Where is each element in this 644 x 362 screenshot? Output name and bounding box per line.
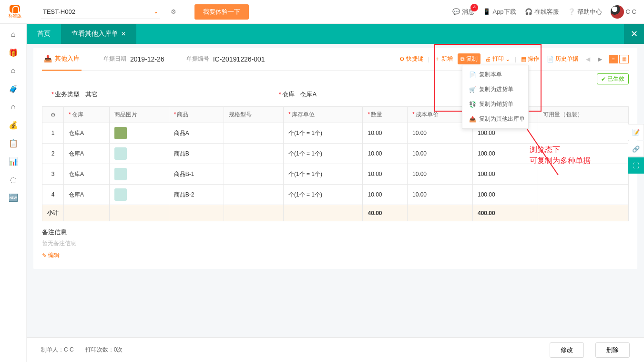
- cell-spec: [224, 123, 284, 144]
- page-title: 其他入库: [55, 54, 80, 63]
- items-table: ⚙ *仓库 商品图片 *商品 规格型号 *库存单位 *数量 *成本单价 *成本金…: [42, 106, 629, 221]
- outbound-icon: 📤: [469, 116, 476, 123]
- org-selector[interactable]: TEST-H002 ⌄: [41, 5, 160, 19]
- cell-warehouse: 仓库A: [64, 144, 110, 164]
- footer: 制单人：C C 打印次数：0次 修改 删除: [27, 337, 644, 362]
- cell-spec: [224, 144, 284, 164]
- prev-doc-button[interactable]: ◀: [583, 54, 593, 64]
- subtotal-qty: 40.00: [363, 205, 408, 221]
- biz-type-field: *业务类型 其它: [51, 90, 98, 99]
- edit-remark-button[interactable]: ✎编辑: [42, 251, 629, 259]
- check-icon: ✔: [601, 76, 606, 83]
- nav-gift-icon[interactable]: 🎁: [8, 47, 19, 58]
- operate-button[interactable]: ▦操作: [518, 53, 542, 64]
- delete-button[interactable]: 删除: [595, 342, 630, 358]
- cell-qty: 10.00: [363, 144, 408, 164]
- user-menu[interactable]: C C: [611, 5, 636, 19]
- view-card-icon[interactable]: ▦: [619, 55, 629, 63]
- right-toolbelt: 📝 🔗 ⛶: [628, 124, 644, 174]
- view-list-icon[interactable]: ≡: [609, 55, 618, 63]
- tab-close-icon[interactable]: ✕: [121, 31, 126, 37]
- nav-cloud-icon[interactable]: ◌: [8, 174, 19, 185]
- nav-new-icon[interactable]: 🆕: [8, 192, 19, 203]
- cell-unit: 个(1个 = 1个): [283, 123, 363, 144]
- tab-active-label: 查看其他入库单: [72, 30, 118, 38]
- new-button[interactable]: ＋新增: [431, 53, 456, 64]
- online-service-link[interactable]: 🎧 在线客服: [525, 8, 559, 16]
- modify-button[interactable]: 修改: [550, 342, 584, 358]
- subtotal-row: 小计 40.00 400.00: [42, 205, 629, 221]
- table-row[interactable]: 2 仓库A 商品B 个(1个 = 1个) 10.00 10.00 100.00: [42, 144, 629, 164]
- messages-link[interactable]: 💬 消息 4: [452, 8, 474, 16]
- tab-view-other-inbound[interactable]: 查看其他入库单 ✕: [61, 24, 136, 44]
- nav-report-icon[interactable]: 📊: [8, 155, 19, 167]
- copy-button[interactable]: ⧉复制: [458, 53, 480, 64]
- cell-available: [538, 144, 628, 164]
- warehouse-value: 仓库A: [300, 91, 317, 98]
- table-config-button[interactable]: ⚙: [42, 107, 64, 123]
- chevron-down-icon: ⌄: [153, 8, 158, 15]
- help-center-label: 帮助中心: [577, 8, 602, 16]
- nav-warehouse-icon[interactable]: ⌂: [8, 101, 19, 113]
- cell-amount: 100.00: [472, 144, 538, 164]
- cell-spec: [224, 164, 284, 185]
- nav-house-icon[interactable]: ⌂: [8, 65, 19, 76]
- belt-expand-icon[interactable]: ⛶: [628, 157, 644, 174]
- nav-money-icon[interactable]: 💰: [8, 119, 19, 131]
- top-header: 标准版 TEST-H002 ⌄ ⚙ 我要体验一下 💬 消息 4 📱 App下载 …: [0, 0, 644, 24]
- copy-this-doc[interactable]: 📄复制本单: [462, 67, 528, 82]
- avatar: [611, 5, 624, 19]
- belt-note-icon[interactable]: 📝: [628, 124, 644, 140]
- table-row[interactable]: 3 仓库A 商品B-1 个(1个 = 1个) 10.00 10.00 100.0…: [42, 164, 629, 185]
- cell-unit: 个(1个 = 1个): [283, 144, 363, 164]
- copy-as-purchase[interactable]: 🛒复制为进货单: [462, 82, 528, 97]
- cell-qty: 10.00: [363, 164, 408, 185]
- inbound-icon: 📥: [44, 55, 52, 62]
- settings-button[interactable]: ⚙: [167, 5, 180, 19]
- product-thumb: [114, 127, 127, 139]
- phone-icon: 📱: [483, 8, 491, 15]
- row-index: 4: [42, 185, 64, 205]
- cell-qty: 10.00: [363, 123, 408, 144]
- sidebar: ⌂ 🎁 ⌂ 🧳 ⌂ 💰 📋 📊 ◌ 🆕: [0, 24, 27, 362]
- page-title-tab[interactable]: 📥 其他入库: [42, 48, 82, 71]
- remark-empty: 暂无备注信息: [42, 239, 629, 248]
- table-row[interactable]: 1 仓库A 商品A 个(1个 = 1个) 10.00 10.00 100.00: [42, 123, 629, 144]
- copy-as-sales[interactable]: 💱复制为销货单: [462, 97, 528, 112]
- logo[interactable]: 标准版: [8, 5, 22, 19]
- online-service-label: 在线客服: [534, 8, 559, 16]
- cell-spec: [224, 185, 284, 205]
- help-center-link[interactable]: ❔ 帮助中心: [568, 8, 602, 16]
- cart-icon: 🛒: [469, 86, 476, 93]
- close-all-tabs[interactable]: ✕: [624, 24, 644, 44]
- logo-icon: [10, 5, 20, 13]
- cell-image: [109, 123, 169, 144]
- cell-amount: 100.00: [472, 164, 538, 185]
- date-label: 单据日期: [103, 55, 126, 63]
- copy-as-other-outbound[interactable]: 📤复制为其他出库单: [462, 112, 528, 126]
- app-download-link[interactable]: 📱 App下载: [483, 8, 516, 16]
- print-button[interactable]: 🖨打印⌄: [482, 53, 513, 64]
- shortcut-button[interactable]: ⚙快捷键: [397, 53, 426, 64]
- try-button[interactable]: 我要体验一下: [194, 4, 249, 20]
- tabs-bar: 首页 查看其他入库单 ✕ ✕: [27, 24, 644, 44]
- doc-no-value: IC-20191226-001: [213, 55, 265, 63]
- cell-product: 商品B-1: [169, 164, 224, 185]
- sale-icon: 💱: [469, 101, 476, 108]
- nav-home-icon[interactable]: ⌂: [8, 29, 19, 40]
- cell-image: [109, 164, 169, 185]
- next-doc-button[interactable]: ▶: [595, 54, 605, 64]
- nav-clipboard-icon[interactable]: 📋: [8, 137, 19, 149]
- org-name: TEST-H002: [43, 8, 75, 15]
- cell-available: [538, 123, 628, 144]
- history-button[interactable]: 📄历史单据: [544, 53, 581, 64]
- nav-bag-icon[interactable]: 🧳: [8, 83, 19, 94]
- row-index: 2: [42, 144, 64, 164]
- table-row[interactable]: 4 仓库A 商品B-2 个(1个 = 1个) 10.00 10.00 100.0…: [42, 185, 629, 205]
- product-thumb: [114, 168, 127, 180]
- tab-home[interactable]: 首页: [27, 24, 61, 44]
- belt-link-icon[interactable]: 🔗: [628, 141, 644, 157]
- cell-available: [538, 164, 628, 185]
- print-icon: 🖨: [485, 56, 491, 62]
- gear-icon: ⚙: [171, 8, 176, 15]
